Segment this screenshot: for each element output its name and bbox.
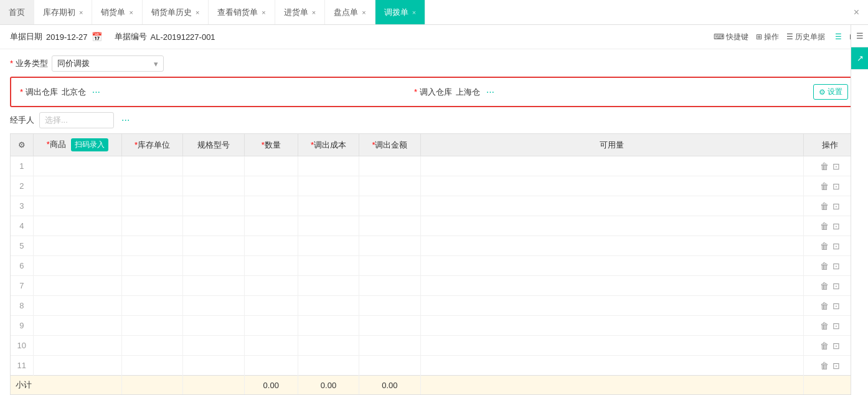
close-tab-purchase[interactable]: × bbox=[312, 9, 316, 16]
row-product[interactable] bbox=[33, 216, 121, 236]
close-tab-inventory-check[interactable]: × bbox=[362, 9, 366, 16]
row-amount[interactable] bbox=[359, 296, 420, 316]
row-cost[interactable] bbox=[298, 336, 359, 356]
row-product[interactable] bbox=[33, 276, 121, 296]
row-amount[interactable] bbox=[359, 316, 420, 336]
row-delete-icon[interactable]: 🗑 bbox=[820, 261, 829, 271]
row-qty[interactable] bbox=[244, 256, 298, 276]
close-tab-sales-history[interactable]: × bbox=[196, 9, 199, 16]
close-tab-transfer[interactable]: × bbox=[412, 9, 416, 16]
row-spec[interactable] bbox=[183, 276, 244, 296]
tab-view-sales[interactable]: 查看销货单 × bbox=[209, 0, 275, 24]
layout-list-icon[interactable]: ☰ bbox=[833, 31, 844, 42]
tab-transfer[interactable]: 调拨单 × bbox=[375, 0, 425, 24]
row-delete-icon[interactable]: 🗑 bbox=[820, 281, 829, 291]
row-qty[interactable] bbox=[244, 316, 298, 336]
tab-inventory-check[interactable]: 盘点单 × bbox=[325, 0, 375, 24]
row-cost[interactable] bbox=[298, 296, 359, 316]
row-cost[interactable] bbox=[298, 316, 359, 336]
row-copy-icon[interactable]: ⊡ bbox=[833, 241, 840, 251]
row-spec[interactable] bbox=[183, 196, 244, 216]
operations-link[interactable]: ⊞ 操作 bbox=[756, 32, 779, 42]
row-spec[interactable] bbox=[183, 216, 244, 236]
row-amount[interactable] bbox=[359, 236, 420, 256]
row-amount[interactable] bbox=[359, 196, 420, 216]
row-unit[interactable] bbox=[121, 256, 182, 276]
row-delete-icon[interactable]: 🗑 bbox=[820, 341, 829, 351]
row-copy-icon[interactable]: ⊡ bbox=[833, 261, 840, 271]
row-amount[interactable] bbox=[359, 276, 420, 296]
row-qty[interactable] bbox=[244, 356, 298, 376]
row-qty[interactable] bbox=[244, 196, 298, 216]
row-amount[interactable] bbox=[359, 156, 420, 176]
row-product[interactable] bbox=[33, 316, 121, 336]
tab-sales-order[interactable]: 销货单 × bbox=[92, 0, 142, 24]
row-amount[interactable] bbox=[359, 336, 420, 356]
row-copy-icon[interactable]: ⊡ bbox=[833, 281, 840, 291]
close-tab-sales[interactable]: × bbox=[129, 9, 133, 16]
row-unit[interactable] bbox=[121, 236, 182, 256]
tab-purchase[interactable]: 进货单 × bbox=[275, 0, 325, 24]
row-product[interactable] bbox=[33, 236, 121, 256]
row-copy-icon[interactable]: ⊡ bbox=[833, 161, 840, 171]
tab-home[interactable]: 首页 bbox=[0, 0, 34, 24]
row-spec[interactable] bbox=[183, 176, 244, 196]
row-qty[interactable] bbox=[244, 236, 298, 256]
row-qty[interactable] bbox=[244, 176, 298, 196]
person-more-btn[interactable]: ··· bbox=[119, 115, 132, 126]
row-unit[interactable] bbox=[121, 196, 182, 216]
row-delete-icon[interactable]: 🗑 bbox=[820, 321, 829, 331]
row-cost[interactable] bbox=[298, 256, 359, 276]
row-cost[interactable] bbox=[298, 236, 359, 256]
row-delete-icon[interactable]: 🗑 bbox=[820, 241, 829, 251]
row-qty[interactable] bbox=[244, 276, 298, 296]
row-delete-icon[interactable]: 🗑 bbox=[820, 221, 829, 231]
sidebar-export-btn[interactable]: ↗ bbox=[851, 47, 868, 70]
row-unit[interactable] bbox=[121, 356, 182, 376]
row-delete-icon[interactable]: 🗑 bbox=[820, 161, 829, 171]
history-link[interactable]: ☰ 历史单据 bbox=[786, 32, 825, 42]
row-copy-icon[interactable]: ⊡ bbox=[833, 361, 840, 371]
row-qty[interactable] bbox=[244, 156, 298, 176]
row-product[interactable] bbox=[33, 196, 121, 216]
person-select[interactable]: 选择... bbox=[39, 112, 114, 128]
row-unit[interactable] bbox=[121, 156, 182, 176]
row-unit[interactable] bbox=[121, 176, 182, 196]
row-spec[interactable] bbox=[183, 336, 244, 356]
row-product[interactable] bbox=[33, 256, 121, 276]
sidebar-list-btn[interactable]: ☰ bbox=[851, 25, 868, 47]
tab-sales-history[interactable]: 销货单历史 × bbox=[143, 0, 209, 24]
calendar-icon[interactable]: 📅 bbox=[92, 32, 102, 42]
close-tab-view-sales[interactable]: × bbox=[262, 9, 265, 16]
row-cost[interactable] bbox=[298, 196, 359, 216]
setting-button[interactable]: ⚙ 设置 bbox=[813, 84, 848, 100]
row-spec[interactable] bbox=[183, 316, 244, 336]
row-cost[interactable] bbox=[298, 176, 359, 196]
row-qty[interactable] bbox=[244, 296, 298, 316]
row-product[interactable] bbox=[33, 296, 121, 316]
row-amount[interactable] bbox=[359, 176, 420, 196]
row-copy-icon[interactable]: ⊡ bbox=[833, 321, 840, 331]
row-spec[interactable] bbox=[183, 256, 244, 276]
row-spec[interactable] bbox=[183, 296, 244, 316]
row-amount[interactable] bbox=[359, 216, 420, 236]
row-cost[interactable] bbox=[298, 156, 359, 176]
tab-inventory-init[interactable]: 库存期初 × bbox=[34, 0, 92, 24]
row-unit[interactable] bbox=[121, 276, 182, 296]
scan-button[interactable]: 扫码录入 bbox=[71, 138, 108, 151]
row-product[interactable] bbox=[33, 156, 121, 176]
row-delete-icon[interactable]: 🗑 bbox=[820, 201, 829, 211]
row-cost[interactable] bbox=[298, 216, 359, 236]
window-close-button[interactable]: × bbox=[845, 0, 868, 24]
close-tab-inventory[interactable]: × bbox=[79, 9, 83, 16]
row-unit[interactable] bbox=[121, 336, 182, 356]
row-copy-icon[interactable]: ⊡ bbox=[833, 221, 840, 231]
row-amount[interactable] bbox=[359, 256, 420, 276]
row-delete-icon[interactable]: 🗑 bbox=[820, 361, 829, 371]
row-copy-icon[interactable]: ⊡ bbox=[833, 201, 840, 211]
business-type-select[interactable]: 同价调拨 ▾ bbox=[52, 55, 164, 72]
row-spec[interactable] bbox=[183, 236, 244, 256]
row-spec[interactable] bbox=[183, 356, 244, 376]
row-cost[interactable] bbox=[298, 356, 359, 376]
row-delete-icon[interactable]: 🗑 bbox=[820, 181, 829, 191]
